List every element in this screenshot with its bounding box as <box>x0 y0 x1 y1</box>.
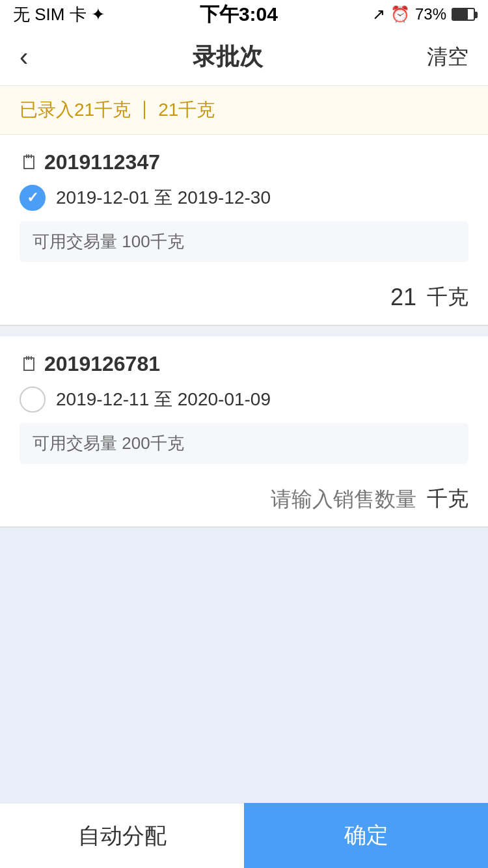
batch1-quantity-row: 21 千克 <box>0 273 488 326</box>
confirm-button[interactable]: 确定 <box>244 803 488 868</box>
batch2-quantity-input[interactable] <box>156 487 416 511</box>
bottom-bar: 自动分配 确定 <box>0 803 488 868</box>
batch1-quantity-value: 21 <box>390 284 416 311</box>
batch2-header: 🗒 2019126781 <box>0 336 488 381</box>
batch1-header: 🗒 2019112347 <box>0 135 488 180</box>
batch2-icon: 🗒 <box>20 353 39 375</box>
batch2-radio[interactable] <box>20 387 46 413</box>
batch-card-2: 🗒 2019126781 2019-12-11 至 2020-01-09 可用交… <box>0 336 488 528</box>
batch-card-1: 🗒 2019112347 ✓ 2019-12-01 至 2019-12-30 可… <box>0 135 488 326</box>
batch2-availability: 可用交易量 200千克 <box>20 423 468 464</box>
no-sim-text: 无 SIM 卡 ✦ <box>13 3 105 26</box>
status-bar: 无 SIM 卡 ✦ 下午3:04 ↗ ⏰ 73% <box>0 0 488 29</box>
auto-distribute-label: 自动分配 <box>78 821 167 851</box>
back-button[interactable]: ‹ <box>20 42 28 72</box>
batch1-availability: 可用交易量 100千克 <box>20 221 468 262</box>
status-time: 下午3:04 <box>200 1 278 28</box>
check-icon: ✓ <box>27 189 38 206</box>
batch2-date-row[interactable]: 2019-12-11 至 2020-01-09 <box>0 381 488 418</box>
auto-distribute-button[interactable]: 自动分配 <box>0 803 244 868</box>
batch2-quantity-row[interactable]: 千克 <box>0 474 488 528</box>
empty-area <box>0 528 488 814</box>
batch1-quantity-unit: 千克 <box>427 283 468 312</box>
batch2-date: 2019-12-11 至 2020-01-09 <box>56 387 271 412</box>
batch1-id: 2019112347 <box>44 150 160 174</box>
batch2-unit: 千克 <box>427 485 468 513</box>
summary-label: 已录入21千克 <box>20 98 131 122</box>
status-left: 无 SIM 卡 ✦ <box>13 3 105 26</box>
card-separator <box>0 326 488 336</box>
status-right: ↗ ⏰ 73% <box>372 5 475 23</box>
batch1-icon: 🗒 <box>20 152 39 174</box>
summary-amount: 21千克 <box>158 98 215 122</box>
confirm-label: 确定 <box>344 821 388 850</box>
batch1-date-row[interactable]: ✓ 2019-12-01 至 2019-12-30 <box>0 180 488 216</box>
battery-icon <box>452 8 475 21</box>
batch1-radio[interactable]: ✓ <box>20 185 46 211</box>
page-title: 录批次 <box>193 41 263 73</box>
alarm-icon: ⏰ <box>390 5 410 23</box>
batch2-id: 2019126781 <box>44 352 160 376</box>
summary-divider <box>144 101 145 119</box>
battery-text: 73% <box>415 5 446 23</box>
summary-bar: 已录入21千克 21千克 <box>0 86 488 135</box>
nav-bar: ‹ 录批次 清空 <box>0 29 488 86</box>
batch1-date: 2019-12-01 至 2019-12-30 <box>56 185 271 210</box>
location-icon: ↗ <box>372 5 385 23</box>
clear-button[interactable]: 清空 <box>427 43 468 72</box>
